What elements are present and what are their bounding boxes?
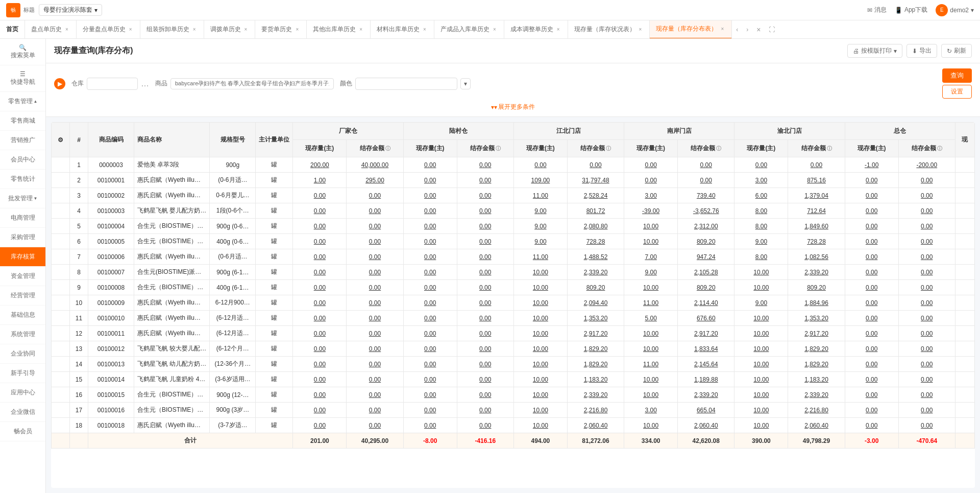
search-button[interactable]: 查询 bbox=[942, 68, 972, 83]
lucuncang-amt-header: 结存金额ⓘ bbox=[457, 140, 513, 157]
settings-button[interactable]: 设置 bbox=[942, 85, 972, 99]
sidebar-label: 企业协同 bbox=[11, 350, 35, 357]
warehouse-input[interactable] bbox=[87, 78, 138, 90]
sidebar-item-finance[interactable]: 资金管理 bbox=[0, 267, 45, 286]
expand-conditions-button[interactable]: ▾▾ 展开更多条件 bbox=[491, 103, 535, 111]
tab-stock-status[interactable]: 现存量（库存状况表） × bbox=[568, 20, 650, 39]
close-icon[interactable]: × bbox=[719, 26, 725, 32]
tab-label: 现存量（库存状况表） bbox=[574, 25, 635, 34]
sidebar-item-apps[interactable]: 应用中心 bbox=[0, 383, 45, 403]
close-icon[interactable]: × bbox=[191, 26, 198, 33]
sidebar-item-wechat[interactable]: 企业微信 bbox=[0, 403, 45, 422]
close-icon[interactable]: × bbox=[422, 26, 428, 33]
tab-transfer[interactable]: 调拨单历史 × bbox=[204, 20, 256, 39]
tab-home[interactable]: 首页 bbox=[0, 20, 25, 39]
nav-prev[interactable]: ‹ bbox=[732, 26, 742, 33]
sidebar: 🔍 搜索英单 ☰ 快捷导航 零售管理 ▲ 零售商城 营销推广 会员中心 零售统计 bbox=[0, 39, 46, 493]
changjiancang-header: 厂家仓 bbox=[293, 123, 403, 140]
print-button[interactable]: 🖨 按模版打印 ▾ bbox=[847, 44, 902, 58]
code-header: 商品编码 bbox=[88, 123, 134, 157]
main-layout: 🔍 搜索英单 ☰ 快捷导航 零售管理 ▲ 零售商城 营销推广 会员中心 零售统计 bbox=[0, 39, 980, 493]
close-icon[interactable]: × bbox=[294, 26, 300, 33]
logo-area: 畅 标题 bbox=[6, 3, 35, 17]
close-icon[interactable]: × bbox=[555, 26, 561, 33]
sidebar-item-marketing[interactable]: 营销推广 bbox=[0, 131, 45, 150]
messages-label: 消息 bbox=[874, 6, 887, 14]
sidebar-item-inventory[interactable]: 库存核算 bbox=[0, 247, 45, 267]
close-all-tabs[interactable]: × bbox=[752, 26, 765, 34]
tab-inventory-check[interactable]: 盘点单历史 × bbox=[25, 20, 77, 39]
close-icon[interactable]: × bbox=[128, 26, 134, 33]
sidebar-item-member[interactable]: 会员中心 bbox=[0, 150, 45, 170]
tab-material-out[interactable]: 材料出库单历史 × bbox=[371, 20, 434, 39]
export-button[interactable]: ⬇ 导出 bbox=[906, 44, 937, 58]
expand-label: 展开更多条件 bbox=[498, 103, 535, 111]
chevron-right-icon: › bbox=[744, 26, 750, 33]
settings-header[interactable]: ⚙ bbox=[52, 123, 70, 157]
sidebar-item-ecommerce[interactable]: 电商管理 bbox=[0, 208, 45, 228]
sidebar-item-basic-info[interactable]: 基础信息 bbox=[0, 306, 45, 325]
color-dropdown-icon[interactable]: ▾ bbox=[460, 78, 471, 89]
sidebar-item-retail-mall[interactable]: 零售商城 bbox=[0, 111, 45, 131]
sidebar-item-guide[interactable]: 新手引导 bbox=[0, 364, 45, 383]
sidebar-item-enterprise[interactable]: 企业协同 bbox=[0, 344, 45, 364]
sidebar-item-wholesale[interactable]: 批发管理 ▼ bbox=[0, 189, 45, 208]
sidebar-item-retail-stats[interactable]: 零售统计 bbox=[0, 170, 45, 189]
tab-product-in[interactable]: 产成品入库单历史 × bbox=[434, 20, 504, 39]
close-icon[interactable]: × bbox=[64, 26, 70, 33]
close-icon[interactable]: × bbox=[358, 26, 364, 33]
tab-cost-adjust[interactable]: 成本调整单历史 × bbox=[504, 20, 568, 39]
tab-home-label: 首页 bbox=[6, 25, 18, 34]
sidebar-label: 零售管理 bbox=[8, 97, 33, 106]
close-icon[interactable]: × bbox=[638, 26, 644, 33]
tab-other-outbound[interactable]: 其他出库单历史 × bbox=[307, 20, 371, 39]
header-actions: 🖨 按模版打印 ▾ ⬇ 导出 ↻ 刷新 bbox=[847, 44, 972, 58]
tab-requisition[interactable]: 要货单历史 × bbox=[255, 20, 307, 39]
warehouse-more-button[interactable]: … bbox=[141, 79, 149, 88]
close-icon[interactable]: × bbox=[243, 26, 249, 33]
tab-label: 产成品入库单历史 bbox=[440, 25, 489, 34]
table-area: ⚙ # 商品编码 商品名称 规格型号 主计量单位 厂家仓 陆村仓 江北门店 南岸… bbox=[51, 122, 975, 488]
search-area: ▶ 仓库 … 商品 颜色 ▾ bbox=[46, 63, 980, 117]
sidebar-item-retail-mgmt[interactable]: 零售管理 ▲ bbox=[0, 92, 45, 111]
tab-stock-distribution[interactable]: 现存量（库存分布表） × bbox=[650, 20, 732, 39]
nanan-amt-header: 结存金额ⓘ bbox=[678, 140, 734, 157]
collapse-button[interactable]: ▶ bbox=[54, 78, 65, 89]
fullscreen-toggle[interactable]: ⛶ bbox=[765, 26, 779, 33]
close-icon[interactable]: × bbox=[492, 26, 498, 33]
tab-sub-inventory[interactable]: 分量盘点单历史 × bbox=[77, 20, 140, 39]
export-label: 导出 bbox=[919, 46, 932, 55]
user-menu[interactable]: E demo2 ▾ bbox=[936, 4, 974, 16]
sidebar-item-nav[interactable]: ☰ 快捷导航 bbox=[0, 65, 45, 92]
table-row: 700100006惠氏启赋（Wyeth illu…(0-6月适…罐0.000.0… bbox=[52, 249, 975, 265]
app-download-button[interactable]: 📱 App下载 bbox=[895, 6, 927, 14]
sidebar-item-search[interactable]: 🔍 搜索英单 bbox=[0, 39, 45, 65]
nav-next[interactable]: › bbox=[742, 26, 752, 33]
chevron-up-icon: ▲ bbox=[34, 99, 38, 104]
product-input[interactable] bbox=[170, 78, 334, 89]
jiangbei-amt-header: 结存金额ⓘ bbox=[567, 140, 624, 157]
store-selector[interactable]: 母婴行业演示陈套 ▾ bbox=[39, 4, 102, 16]
nav-tabs: 首页 盘点单历史 × 分量盘点单历史 × 组装拆卸单历史 × 调拨单历史 × 要… bbox=[0, 20, 980, 39]
sidebar-item-purchase[interactable]: 采购管理 bbox=[0, 228, 45, 247]
sidebar-item-membership[interactable]: 畅会员 bbox=[0, 422, 45, 441]
table-row: 1400100013飞鹤星飞帆 幼儿配方奶…(12-36个月…罐0.000.00… bbox=[52, 357, 975, 372]
page-header: 现存量查询(库存分布) 🖨 按模版打印 ▾ ⬇ 导出 ↻ 刷新 bbox=[46, 39, 980, 63]
messages-button[interactable]: ✉ 消息 bbox=[867, 6, 887, 14]
tab-label: 其他出库单历史 bbox=[313, 25, 356, 34]
table-row: 1500100014飞鹤星飞帆 儿童奶粉 4…(3-6岁适用…罐0.000.00… bbox=[52, 372, 975, 387]
sidebar-item-operations[interactable]: 经营管理 bbox=[0, 286, 45, 306]
sidebar-item-system[interactable]: 系统管理 bbox=[0, 325, 45, 344]
search-icon: 🔍 bbox=[19, 44, 27, 51]
chevron-down-icon: ▾▾ bbox=[491, 104, 497, 111]
chevron-left-icon: ‹ bbox=[734, 26, 740, 33]
color-input[interactable] bbox=[355, 78, 457, 90]
logo-icon: 畅 bbox=[6, 3, 20, 17]
refresh-button[interactable]: ↻ 刷新 bbox=[941, 44, 972, 58]
warehouse-label: 仓库 bbox=[71, 79, 84, 88]
table-row: 500100004合生元（BIOSTIME）…900g (0-6…罐0.000.… bbox=[52, 219, 975, 234]
tab-assembly[interactable]: 组装拆卸单历史 × bbox=[140, 20, 204, 39]
tab-label: 要货单历史 bbox=[261, 25, 292, 34]
chevron-down-icon: ▼ bbox=[34, 196, 38, 201]
sidebar-label: 搜索英单 bbox=[11, 52, 35, 59]
